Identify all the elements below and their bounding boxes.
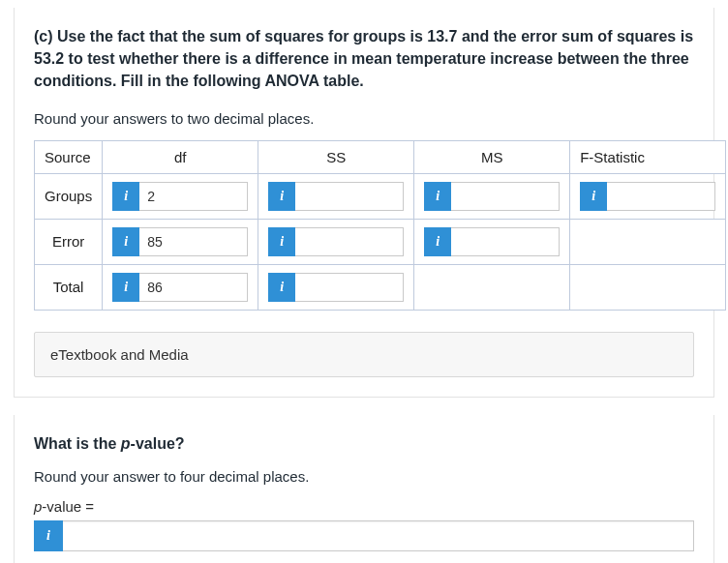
- etextbook-media-button[interactable]: eTextbook and Media: [34, 332, 694, 377]
- groups-f-input[interactable]: [607, 182, 715, 211]
- question-prompt: (c) Use the fact that the sum of squares…: [34, 25, 694, 93]
- col-f: F-Statistic: [570, 140, 726, 173]
- pvalue-input[interactable]: [63, 520, 694, 551]
- info-icon[interactable]: i: [268, 273, 295, 302]
- col-ss: SS: [258, 140, 414, 173]
- groups-ss-input[interactable]: [295, 182, 404, 211]
- anova-section: (c) Use the fact that the sum of squares…: [14, 8, 714, 398]
- groups-f-wrap: i: [580, 182, 715, 211]
- info-icon[interactable]: i: [268, 227, 295, 256]
- info-icon[interactable]: i: [112, 227, 139, 256]
- pvalue-question: What is the p-value?: [34, 432, 694, 455]
- total-df-wrap: i: [112, 273, 248, 302]
- row-groups-label: Groups: [35, 173, 103, 219]
- anova-table: Source df SS MS F-Statistic Groups i i: [34, 140, 726, 311]
- error-ms-input[interactable]: [451, 227, 560, 256]
- row-total: Total i i: [35, 264, 726, 310]
- pvalue-label: p-value =: [34, 498, 694, 515]
- groups-ms-input[interactable]: [451, 182, 560, 211]
- pvalue-q-tail: -value?: [131, 435, 185, 452]
- error-df-wrap: i: [112, 227, 248, 256]
- total-ss-input[interactable]: [295, 273, 404, 302]
- pvalue-section: What is the p-value? Round your answer t…: [14, 415, 714, 563]
- row-error: Error i i i: [35, 219, 726, 264]
- info-icon[interactable]: i: [112, 273, 139, 302]
- total-ss-wrap: i: [268, 273, 404, 302]
- groups-ms-wrap: i: [424, 182, 560, 211]
- error-df-input[interactable]: [139, 227, 248, 256]
- pvalue-q-pre: What is the: [34, 435, 121, 452]
- col-ms: MS: [414, 140, 570, 173]
- info-icon[interactable]: i: [34, 520, 63, 551]
- empty-cell: [414, 264, 570, 310]
- info-icon[interactable]: i: [268, 182, 295, 211]
- row-error-label: Error: [35, 219, 103, 264]
- error-ss-wrap: i: [268, 227, 404, 256]
- total-df-input[interactable]: [139, 273, 248, 302]
- pvalue-label-post: -value =: [42, 498, 94, 515]
- col-df: df: [103, 140, 258, 173]
- round-hint: Round your answers to two decimal places…: [34, 110, 694, 127]
- empty-cell: [570, 264, 726, 310]
- row-total-label: Total: [35, 264, 103, 310]
- info-icon[interactable]: i: [424, 227, 451, 256]
- groups-df-input[interactable]: [139, 182, 248, 211]
- groups-ss-wrap: i: [268, 182, 404, 211]
- row-groups: Groups i i i i: [35, 173, 726, 219]
- error-ms-wrap: i: [424, 227, 560, 256]
- col-source: Source: [35, 140, 103, 173]
- info-icon[interactable]: i: [112, 182, 139, 211]
- error-ss-input[interactable]: [295, 227, 404, 256]
- pvalue-input-wrap: i: [34, 520, 694, 551]
- p-italic: p: [121, 435, 131, 452]
- info-icon[interactable]: i: [424, 182, 451, 211]
- info-icon[interactable]: i: [580, 182, 607, 211]
- empty-cell: [570, 219, 726, 264]
- pvalue-round-hint: Round your answer to four decimal places…: [34, 468, 694, 485]
- groups-df-wrap: i: [112, 182, 248, 211]
